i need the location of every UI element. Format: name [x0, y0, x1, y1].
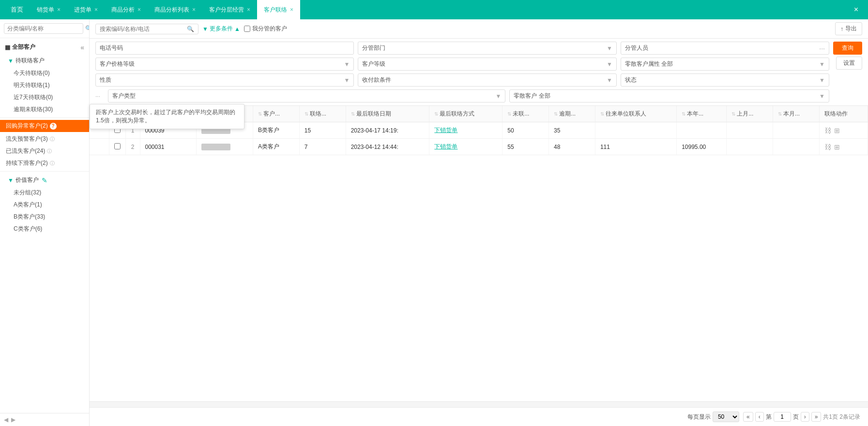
row1-uncontacted: 50 [503, 122, 549, 139]
page-prev-button[interactable]: ‹ [755, 412, 764, 422]
nav-home[interactable]: 首页 [4, 0, 30, 19]
th-this-year[interactable]: 本年... [677, 106, 727, 122]
row1-last-month [727, 122, 773, 139]
sidebar-item-overdue-pending[interactable]: 逾期未联络(30) [0, 103, 89, 116]
th-type[interactable]: 客户... [253, 106, 300, 122]
filter-customer-type[interactable]: 客户类型 ▼ [108, 89, 505, 103]
th-actions: 联络动作 [819, 106, 868, 122]
nav-purchase-order[interactable]: 进货单 × [67, 0, 105, 19]
row1-grid-icon[interactable]: ⊞ [834, 127, 840, 134]
row1-unit-contact [595, 122, 676, 139]
export-icon: ↑ [840, 26, 843, 32]
th-contact[interactable]: 联络... [299, 106, 346, 122]
filter-more-conditions[interactable]: ▼ 更多条件 ▲ [202, 25, 240, 33]
sidebar-item-today-pending[interactable]: 今天待联络(0) [0, 67, 89, 79]
per-page-select[interactable]: 50 20 100 [713, 411, 739, 422]
query-button[interactable]: 查询 [833, 42, 862, 55]
th-last-contact-method[interactable]: 最后联络方式 [429, 106, 503, 122]
th-last-month[interactable]: 上月... [727, 106, 773, 122]
filter-more-dots[interactable]: ··· [95, 91, 100, 102]
sidebar-item-unclassified[interactable]: 未分组(32) [0, 187, 89, 199]
chevron-down-icon-4: ▼ [819, 61, 825, 68]
sidebar-item-class-c[interactable]: C类客户(6) [0, 223, 89, 235]
dots-icon[interactable]: ··· [819, 44, 825, 52]
nav-product-analysis-list[interactable]: 商品分析列表 × [148, 0, 202, 19]
th-uncontacted[interactable]: 未联... [503, 106, 549, 122]
info-icon-churned[interactable]: ⓘ [47, 148, 52, 155]
info-icon-repurchase[interactable]: ? [50, 123, 57, 130]
row2-this-year: 10995.00 [677, 139, 727, 155]
sidebar-group-value[interactable]: ▼ 价值客户 ✎ [0, 174, 89, 187]
sidebar-item-churned[interactable]: 已流失客户(24) ⓘ [0, 145, 89, 157]
sidebar-search-icon[interactable]: 🔍 [85, 25, 90, 32]
search-icon[interactable]: 🔍 [187, 26, 194, 32]
chevron-down-icon-9: ▼ [819, 93, 825, 100]
sidebar-item-declining[interactable]: 持续下滑客户(2) ⓘ [0, 157, 89, 169]
sidebar-collapse-button[interactable]: « [80, 44, 84, 51]
filter-payment[interactable]: 收付款条件 ▼ [358, 73, 616, 87]
close-sales-order-tab[interactable]: × [57, 6, 61, 13]
edit-value-icon[interactable]: ✎ [42, 176, 47, 184]
row2-overdue: 48 [549, 139, 595, 155]
page-number-input[interactable] [774, 412, 791, 422]
advanced-filter: 电话号码 分管部门 ▼ 分管人员 ··· [90, 39, 868, 106]
row2-select[interactable] [114, 143, 121, 149]
close-product-analysis-list-tab[interactable]: × [192, 6, 196, 13]
per-page-control: 每页显示 50 20 100 [687, 411, 739, 422]
table-area: ⚙ 客户编码 客户名称 客户... 联络... 最后联络日期 最后联络方式 未联… [90, 106, 868, 401]
close-purchase-order-tab[interactable]: × [94, 6, 98, 13]
export-button[interactable]: ↑ 导出 [835, 22, 862, 35]
sidebar-item-churn-warning[interactable]: 流失预警客户(3) ⓘ [0, 133, 89, 145]
info-icon-declining[interactable]: ⓘ [50, 160, 55, 167]
nav-product-analysis[interactable]: 商品分析 × [105, 0, 148, 19]
sidebar-search-input[interactable] [4, 23, 83, 34]
row2-link-icon[interactable]: ⛓ [824, 143, 831, 151]
info-icon-churn-warning[interactable]: ⓘ [50, 136, 55, 143]
horizontal-scrollbar[interactable] [90, 401, 868, 407]
row1-this-year [677, 122, 727, 139]
sidebar-item-tomorrow-pending[interactable]: 明天待联络(1) [0, 79, 89, 91]
filter-action-buttons: 查询 设置 [833, 42, 862, 70]
nav-sales-order[interactable]: 销货单 × [30, 0, 67, 19]
row2-grid-icon[interactable]: ⊞ [834, 143, 840, 151]
filter-nature[interactable]: 性质 ▼ [95, 73, 354, 87]
arrow-down-icon: ▼ [8, 58, 14, 64]
filter-price-tier[interactable]: 客户价格等级 ▼ [95, 58, 354, 71]
sidebar-left-arrow[interactable]: ◀ [4, 416, 8, 423]
nav-customer-contact[interactable]: 客户联络 × [257, 0, 300, 19]
sidebar-item-class-b[interactable]: B类客户(33) [0, 211, 89, 223]
filter-customer-tier[interactable]: 客户等级 ▼ [358, 58, 616, 71]
filter-person[interactable]: 分管人员 ··· [621, 42, 829, 55]
sidebar-group-pending[interactable]: ▼ 待联络客户 [0, 54, 89, 67]
th-last-contact-date[interactable]: 最后联络日期 [346, 106, 429, 122]
row2-actions: ⛓ ⊞ [819, 139, 868, 155]
row2-unit-contact: 111 [595, 139, 676, 155]
nav-customer-tier[interactable]: 客户分层经营 × [202, 0, 257, 19]
sidebar-item-class-a[interactable]: A类客户(1) [0, 199, 89, 211]
sidebar-search-area: 🔍 [0, 19, 89, 38]
row2-contact: 7 [299, 139, 346, 155]
search-input[interactable] [100, 26, 187, 32]
close-product-analysis-tab[interactable]: × [137, 6, 141, 13]
sidebar-right-arrow[interactable]: ▶ [11, 416, 15, 423]
filter-phone[interactable]: 电话号码 [95, 42, 354, 55]
sidebar-item-7days-pending[interactable]: 近7天待联络(0) [0, 91, 89, 103]
filter-retail-attr[interactable]: 零散客户属性 全部 ▼ [621, 58, 829, 71]
settings-button[interactable]: 设置 [836, 57, 862, 70]
close-customer-contact-tab[interactable]: × [290, 6, 293, 13]
close-customer-tier-tab[interactable]: × [247, 6, 250, 13]
th-unit-contact[interactable]: 往来单位联系人 [595, 106, 676, 122]
sidebar-item-repurchase-abnormal[interactable]: 回购异常客户(2) ? [0, 120, 89, 132]
page-last-button[interactable]: » [811, 412, 822, 422]
window-close-button[interactable]: × [848, 5, 864, 14]
filter-retail-customer[interactable]: 零散客户 全部 ▼ [509, 89, 829, 103]
my-customers-checkbox[interactable] [244, 26, 250, 32]
filter-dept[interactable]: 分管部门 ▼ [358, 42, 616, 55]
filter-status[interactable]: 状态 ▼ [621, 73, 829, 87]
th-overdue[interactable]: 逾期... [549, 106, 595, 122]
th-this-month[interactable]: 本月... [773, 106, 820, 122]
page-next-button[interactable]: › [801, 412, 809, 422]
page-first-button[interactable]: « [743, 412, 753, 422]
row1-link-icon[interactable]: ⛓ [824, 127, 831, 134]
sidebar-all-customers[interactable]: ▦ 全部客户 « [0, 40, 89, 54]
